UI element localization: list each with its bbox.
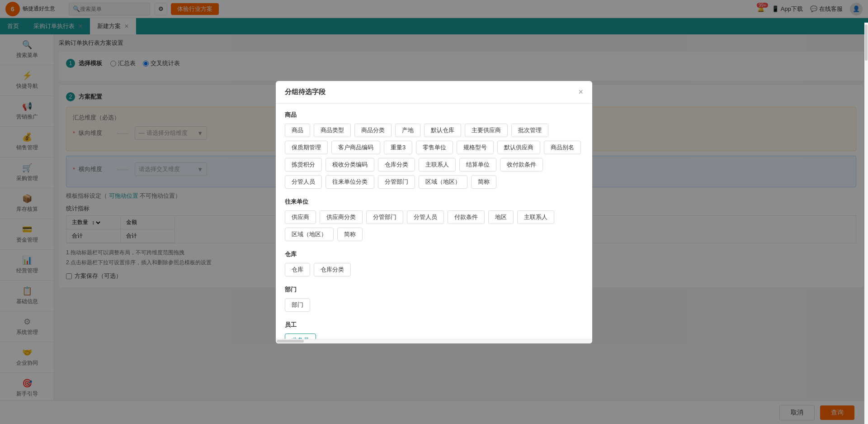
section-department-title: 部门 [285, 286, 583, 294]
warehouse-fields: 仓库 仓库分类 [285, 263, 583, 276]
section-department: 部门 部门 [285, 286, 583, 312]
field-tag[interactable]: 区域（地区） [285, 228, 334, 241]
field-tag[interactable]: 分管部门 [378, 175, 415, 189]
field-tag[interactable]: 简称 [337, 228, 363, 241]
field-tag[interactable]: 产地 [395, 124, 420, 137]
field-tag[interactable]: 商品类型 [314, 124, 351, 137]
field-tag[interactable]: 分管部门 [366, 210, 403, 224]
field-tag[interactable]: 结算单位 [459, 158, 496, 172]
field-tag[interactable]: 规格型号 [457, 141, 494, 154]
horizontal-scroll-thumb [277, 340, 304, 343]
modal-body: 商品 商品 商品类型 商品分类 产地 默认仓库 主要供应商 批次管理 保质期管理… [276, 104, 592, 339]
section-warehouse: 仓库 仓库 仓库分类 [285, 250, 583, 276]
field-tag[interactable]: 零售单位 [416, 141, 453, 154]
field-tag[interactable]: 税收分类编码 [326, 158, 374, 172]
field-tag[interactable]: 供应商 [285, 210, 316, 224]
goods-fields: 商品 商品类型 商品分类 产地 默认仓库 主要供应商 批次管理 保质期管理 客户… [285, 124, 583, 189]
field-tag[interactable]: 业务员 [285, 333, 316, 339]
section-warehouse-title: 仓库 [285, 250, 583, 258]
modal-horizontal-scrollbar[interactable] [276, 339, 592, 343]
field-tag[interactable]: 付款条件 [448, 210, 485, 224]
field-tag[interactable]: 商品分类 [354, 124, 392, 137]
section-partners: 往来单位 供应商 供应商分类 分管部门 分管人员 付款条件 地区 主联系人 区域… [285, 198, 583, 241]
field-tag[interactable]: 仓库分类 [314, 263, 351, 276]
section-goods: 商品 商品 商品类型 商品分类 产地 默认仓库 主要供应商 批次管理 保质期管理… [285, 111, 583, 189]
modal-overlay[interactable]: 分组待选字段 × 商品 商品 商品类型 商品分类 产地 默认仓库 主要供应商 批… [0, 0, 868, 424]
field-tag[interactable]: 批次管理 [511, 124, 548, 137]
department-fields: 部门 [285, 298, 583, 312]
field-tag[interactable]: 主联系人 [419, 158, 456, 172]
field-tag[interactable]: 仓库分类 [378, 158, 415, 172]
modal-header: 分组待选字段 × [276, 81, 592, 104]
field-tag[interactable]: 商品 [285, 124, 310, 137]
field-tag[interactable]: 地区 [488, 210, 514, 224]
field-tag[interactable]: 分管人员 [285, 175, 322, 189]
section-goods-title: 商品 [285, 111, 583, 119]
field-tag[interactable]: 区域（地区） [419, 175, 467, 189]
employee-fields: 业务员 [285, 333, 583, 339]
field-tag[interactable]: 主要供应商 [465, 124, 508, 137]
field-tag[interactable]: 往来单位分类 [326, 175, 374, 189]
modal-close-button[interactable]: × [578, 87, 583, 97]
field-tag[interactable]: 简称 [471, 175, 496, 189]
section-employee-title: 员工 [285, 321, 583, 329]
field-tag[interactable]: 重量3 [384, 141, 412, 154]
section-partners-title: 往来单位 [285, 198, 583, 206]
field-tag[interactable]: 收付款条件 [500, 158, 543, 172]
modal-title: 分组待选字段 [285, 88, 326, 96]
section-employee: 员工 业务员 [285, 321, 583, 339]
field-tag[interactable]: 拣货积分 [285, 158, 322, 172]
field-tag[interactable]: 保质期管理 [285, 141, 328, 154]
field-tag[interactable]: 默认仓库 [424, 124, 461, 137]
field-tag[interactable]: 供应商分类 [320, 210, 363, 224]
partners-fields: 供应商 供应商分类 分管部门 分管人员 付款条件 地区 主联系人 区域（地区） … [285, 210, 583, 241]
field-tag[interactable]: 商品别名 [544, 141, 581, 154]
field-tag[interactable]: 主联系人 [517, 210, 554, 224]
modal: 分组待选字段 × 商品 商品 商品类型 商品分类 产地 默认仓库 主要供应商 批… [276, 81, 592, 343]
field-tag[interactable]: 仓库 [285, 263, 310, 276]
field-tag[interactable]: 分管人员 [407, 210, 444, 224]
field-tag[interactable]: 默认供应商 [497, 141, 540, 154]
field-tag[interactable]: 部门 [285, 298, 310, 312]
field-tag[interactable]: 客户商品编码 [331, 141, 380, 154]
